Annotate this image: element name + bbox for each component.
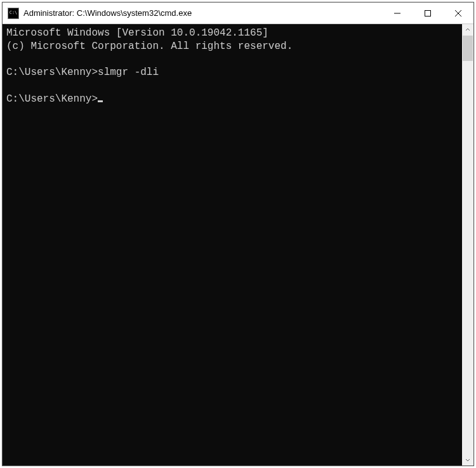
vertical-scrollbar[interactable]	[462, 24, 473, 465]
cmd-icon-label: C:\	[10, 11, 18, 15]
cmd-window: C:\ Administrator: C:\Windows\system32\c…	[2, 2, 474, 466]
prompt-2: C:\Users\Kenny>	[6, 93, 98, 105]
scroll-down-button[interactable]	[462, 454, 473, 465]
chevron-up-icon	[465, 27, 470, 32]
scroll-track[interactable]	[462, 36, 473, 454]
cursor	[98, 100, 103, 102]
close-button[interactable]	[443, 3, 473, 23]
chevron-down-icon	[465, 457, 470, 462]
window-title: Administrator: C:\Windows\system32\cmd.e…	[23, 8, 192, 18]
client-area: Microsoft Windows [Version 10.0.19042.11…	[3, 24, 473, 465]
minimize-button[interactable]	[382, 3, 413, 23]
window-controls	[382, 3, 473, 23]
titlebar[interactable]: C:\ Administrator: C:\Windows\system32\c…	[3, 3, 473, 24]
copyright-line: (c) Microsoft Corporation. All rights re…	[6, 41, 293, 52]
scroll-up-button[interactable]	[462, 24, 473, 36]
terminal-output[interactable]: Microsoft Windows [Version 10.0.19042.11…	[3, 24, 462, 465]
svg-rect-1	[425, 10, 431, 16]
command-1: slmgr -dli	[98, 67, 159, 78]
cmd-icon: C:\	[8, 8, 19, 19]
prompt-1: C:\Users\Kenny>	[6, 67, 98, 78]
minimize-icon	[393, 10, 401, 17]
maximize-icon	[424, 10, 432, 17]
maximize-button[interactable]	[413, 3, 443, 23]
scroll-thumb[interactable]	[463, 36, 473, 61]
version-line: Microsoft Windows [Version 10.0.19042.11…	[6, 27, 268, 39]
close-icon	[454, 10, 462, 17]
